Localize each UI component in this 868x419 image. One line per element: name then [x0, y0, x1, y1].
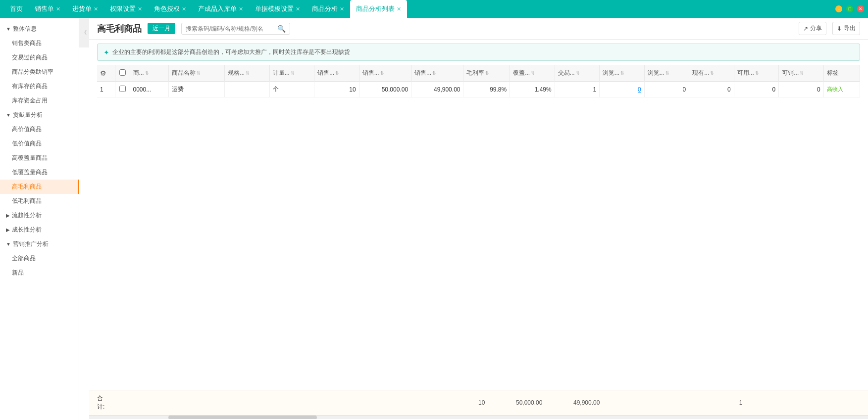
minimize-button[interactable]: －: [835, 5, 842, 12]
sort-icon-stock-now: ⇅: [710, 71, 714, 76]
th-sellable[interactable]: 可销... ⇅: [779, 65, 824, 82]
nav-role-auth[interactable]: 角色授权 ✕: [148, 0, 192, 18]
table-body: 1 0000... 运费: [97, 82, 860, 97]
arrow-trend: ▶: [6, 213, 10, 218]
date-filter-button[interactable]: 近一月: [148, 23, 175, 34]
td-unit: 个: [269, 82, 314, 97]
td-sales-cost: 49,900.00: [411, 82, 463, 97]
sidebar-item-traded-goods[interactable]: 交易过的商品: [0, 50, 79, 65]
horizontal-scrollbar[interactable]: [89, 415, 868, 419]
page-title: 高毛利商品: [97, 23, 142, 35]
nav-close-purchase-order[interactable]: ✕: [94, 6, 98, 12]
scrollbar-thumb[interactable]: [168, 416, 317, 419]
th-name[interactable]: 商品名称 ⇅: [169, 65, 225, 82]
nav-close-template-settings[interactable]: ✕: [296, 6, 300, 12]
export-button[interactable]: ⬇ 导出: [832, 22, 860, 35]
window-controls: － □ ✕: [835, 5, 864, 12]
footer-trade: 1: [703, 399, 742, 406]
td-browse1: 0: [600, 82, 645, 97]
sidebar-group-marketing[interactable]: ▼ 营销推广分析: [0, 237, 79, 251]
th-unit[interactable]: 计量... ⇅: [269, 65, 314, 82]
sidebar: ▼ 整体信息 销售类商品 交易过的商品 商品分类助销率 有库存的商品 库存资金占…: [0, 18, 79, 419]
nav-home[interactable]: 首页: [4, 0, 29, 18]
sidebar-item-high-value[interactable]: 高价值商品: [0, 122, 79, 137]
nav-close-permission-settings[interactable]: ✕: [138, 6, 142, 12]
th-browse1[interactable]: 浏览... ⇅: [600, 65, 645, 82]
th-sales-cost[interactable]: 销售... ⇅: [411, 65, 463, 82]
row-checkbox[interactable]: [119, 86, 126, 92]
nav-template-settings[interactable]: 单据模板设置 ✕: [249, 0, 306, 18]
sort-icon-sales-qty: ⇅: [335, 71, 339, 76]
content-area: 高毛利商品 近一月 🔍 ↗ 分享 ⬇ 导出 ✦ 企业的主要的利润都是这部分商品创…: [89, 18, 868, 419]
close-button[interactable]: ✕: [857, 5, 864, 12]
td-index: 1: [97, 82, 115, 97]
sidebar-group-growth[interactable]: ▶ 成长性分析: [0, 223, 79, 237]
share-button[interactable]: ↗ 分享: [799, 22, 826, 35]
data-table-wrap: ⚙ 商... ⇅: [97, 65, 860, 390]
th-browse2[interactable]: 浏览... ⇅: [644, 65, 689, 82]
nav-purchase-order[interactable]: 进货单 ✕: [66, 0, 104, 18]
td-tag: 高收入: [823, 82, 860, 97]
nav-close-sales-order[interactable]: ✕: [56, 6, 60, 12]
arrow-contribution: ▼: [6, 112, 11, 118]
search-box: 🔍: [181, 23, 290, 35]
nav-product-analysis-list[interactable]: 商品分析列表 ✕: [350, 0, 407, 18]
sort-icon-browse2: ⇅: [665, 71, 669, 76]
nav-close-product-analysis[interactable]: ✕: [340, 6, 344, 12]
th-settings[interactable]: ⚙: [97, 65, 115, 82]
nav-permission-settings[interactable]: 权限设置 ✕: [104, 0, 148, 18]
sidebar-item-low-margin[interactable]: 低毛利商品: [0, 194, 79, 208]
sidebar-item-new-goods[interactable]: 新品: [0, 266, 79, 280]
td-checkbox: [115, 82, 130, 97]
sidebar-collapse-button[interactable]: 《: [79, 18, 89, 47]
nav-close-product-analysis-list[interactable]: ✕: [397, 6, 401, 12]
content-header: 高毛利商品 近一月 🔍 ↗ 分享 ⬇ 导出: [89, 18, 868, 40]
th-stock-now[interactable]: 现有... ⇅: [689, 65, 734, 82]
th-sales-qty[interactable]: 销售... ⇅: [314, 65, 359, 82]
sort-icon-coverage: ⇅: [531, 71, 535, 76]
th-trade[interactable]: 交易... ⇅: [555, 65, 600, 82]
td-browse2: 0: [644, 82, 689, 97]
arrow-marketing: ▼: [6, 241, 11, 247]
sidebar-group-trend[interactable]: ▶ 流趋性分析: [0, 208, 79, 223]
sidebar-item-low-coverage[interactable]: 低覆盖量商品: [0, 165, 79, 180]
sidebar-item-in-stock[interactable]: 有库存的商品: [0, 79, 79, 93]
nav-sales-order[interactable]: 销售单 ✕: [29, 0, 66, 18]
td-code: 0000...: [130, 82, 169, 97]
table-footer: 合计: 10 50,000.00 49,900.00 1 0 0: [89, 390, 868, 415]
td-coverage: 1.49%: [510, 82, 555, 97]
footer-sales-cost: 49,900.00: [550, 399, 600, 406]
sidebar-item-stock-capital[interactable]: 库存资金占用: [0, 93, 79, 108]
td-sales-qty: 10: [314, 82, 359, 97]
nav-close-role-auth[interactable]: ✕: [182, 6, 186, 12]
th-coverage[interactable]: 覆盖... ⇅: [510, 65, 555, 82]
share-icon: ↗: [803, 25, 808, 32]
nav-product-analysis[interactable]: 商品分析 ✕: [306, 0, 350, 18]
th-sales-amount[interactable]: 销售... ⇅: [359, 65, 411, 82]
sort-icon-sellable: ⇅: [800, 71, 804, 76]
sidebar-item-sales-goods[interactable]: 销售类商品: [0, 36, 79, 50]
select-all-checkbox[interactable]: [119, 69, 126, 76]
nav-close-product-inbound[interactable]: ✕: [239, 6, 243, 12]
sidebar-item-category-rate[interactable]: 商品分类助销率: [0, 65, 79, 79]
data-table: ⚙ 商... ⇅: [97, 65, 860, 97]
info-icon: ✦: [103, 48, 109, 56]
sidebar-group-overall[interactable]: ▼ 整体信息: [0, 22, 79, 36]
th-tag[interactable]: 标签: [823, 65, 860, 82]
sort-icon-available: ⇅: [755, 71, 759, 76]
th-spec[interactable]: 规格... ⇅: [225, 65, 270, 82]
sidebar-item-low-value[interactable]: 低价值商品: [0, 137, 79, 151]
search-icon[interactable]: 🔍: [277, 25, 286, 33]
sidebar-item-all-goods[interactable]: 全部商品: [0, 251, 79, 266]
sidebar-item-high-coverage[interactable]: 高覆盖量商品: [0, 151, 79, 165]
main-layout: ▼ 整体信息 销售类商品 交易过的商品 商品分类助销率 有库存的商品 库存资金占…: [0, 18, 868, 419]
th-gross-rate[interactable]: 毛利率 ⇅: [463, 65, 510, 82]
sidebar-group-contribution[interactable]: ▼ 贡献量分析: [0, 108, 79, 122]
search-input[interactable]: [186, 25, 277, 32]
nav-product-inbound[interactable]: 产成品入库单 ✕: [192, 0, 249, 18]
th-available[interactable]: 可用... ⇅: [734, 65, 779, 82]
sidebar-item-high-margin[interactable]: 高毛利商品: [0, 180, 79, 194]
th-code[interactable]: 商... ⇅: [130, 65, 169, 82]
column-settings-icon[interactable]: ⚙: [100, 69, 106, 77]
maximize-button[interactable]: □: [846, 5, 853, 12]
